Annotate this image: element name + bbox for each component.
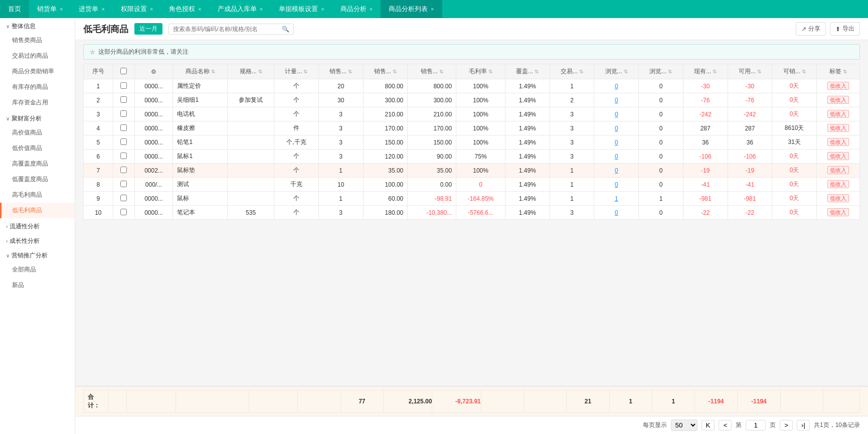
- sidebar-item-商品分类助销率[interactable]: 商品分类助销率: [0, 64, 75, 79]
- sidebar-item-低价值商品[interactable]: 低价值商品: [0, 140, 75, 156]
- sidebar-group-title-流通性分析[interactable]: ›流通性分析: [0, 218, 75, 233]
- nav-item-商品分析列表[interactable]: 商品分析列表×: [381, 0, 442, 18]
- row-checkbox[interactable]: [120, 96, 127, 103]
- page-number-input[interactable]: [746, 420, 766, 430]
- row-checkbox[interactable]: [120, 195, 127, 201]
- sidebar-item-新品[interactable]: 新品: [0, 277, 75, 293]
- row-checkbox[interactable]: [120, 181, 127, 187]
- view-link[interactable]: 0: [615, 167, 618, 174]
- export-button[interactable]: ⬆ 导出: [830, 22, 860, 36]
- select-all-checkbox[interactable]: [120, 68, 127, 74]
- col-header-current[interactable]: 现有... ⇅: [683, 64, 728, 79]
- sidebar-group-title-营销推广分析[interactable]: ∨营销推广分析: [0, 247, 75, 262]
- nav-close-icon[interactable]: ×: [370, 6, 373, 12]
- row-checkbox[interactable]: [120, 82, 127, 89]
- search-icon[interactable]: 🔍: [282, 26, 289, 33]
- col-header-sale_days[interactable]: 可销... ⇅: [772, 64, 817, 79]
- table-cell-num: 3: [84, 107, 113, 121]
- nav-item-销货单[interactable]: 销货单×: [29, 0, 71, 18]
- nav-close-icon[interactable]: ×: [101, 6, 104, 12]
- col-header-name[interactable]: 商品名称 ⇅: [173, 64, 228, 79]
- col-header-spec[interactable]: 规格... ⇅: [228, 64, 274, 79]
- table-cell-gross_rate: 100%: [456, 79, 505, 93]
- row-checkbox[interactable]: [120, 110, 127, 117]
- sidebar-item-低覆盖度商品[interactable]: 低覆盖度商品: [0, 172, 75, 187]
- col-header-tag[interactable]: 标签 ⇅: [817, 64, 860, 79]
- table-cell-name: 橡皮擦: [173, 121, 228, 135]
- col-header-code[interactable]: ⚙: [134, 64, 173, 79]
- view-link[interactable]: 1: [615, 195, 618, 202]
- col-header-qty[interactable]: 销售... ⇅: [318, 64, 363, 79]
- table-cell-cover: 1.49%: [505, 93, 550, 107]
- sidebar-item-低毛利商品[interactable]: 低毛利商品: [0, 203, 75, 218]
- nav-close-icon[interactable]: ×: [321, 6, 324, 12]
- table-cell-check: [113, 206, 134, 220]
- nav-item-权限设置[interactable]: 权限设置×: [113, 0, 161, 18]
- search-input[interactable]: [173, 26, 282, 33]
- col-header-cover[interactable]: 覆盖... ⇅: [505, 64, 550, 79]
- table-cell-check: [113, 192, 134, 206]
- nav-close-icon[interactable]: ×: [431, 6, 434, 12]
- table-row: 8000/...测试千克10100.000.0001.49%100-41-410…: [84, 178, 860, 192]
- nav-item-首页[interactable]: 首页: [0, 0, 29, 18]
- col-header-view1[interactable]: 浏览... ⇅: [594, 64, 639, 79]
- view-link[interactable]: 0: [615, 153, 618, 160]
- view-link[interactable]: 0: [615, 83, 618, 90]
- nav-close-icon[interactable]: ×: [198, 6, 201, 12]
- last-page-button[interactable]: ›|: [797, 420, 810, 430]
- nav-close-icon[interactable]: ×: [260, 6, 263, 12]
- row-checkbox[interactable]: [120, 138, 127, 145]
- table-cell-sale_profit: 150.00: [408, 135, 456, 150]
- nav-close-icon[interactable]: ×: [150, 6, 153, 12]
- table-row: 30000...电话机个3210.00210.00100%1.49%300-24…: [84, 107, 860, 121]
- col-header-gross_rate[interactable]: 毛利率 ⇅: [456, 64, 505, 79]
- col-header-price[interactable]: 销售... ⇅: [363, 64, 408, 79]
- sidebar-group-title-整体信息[interactable]: ∨整体信息: [0, 18, 75, 33]
- sidebar-group-title-聚财富分析[interactable]: ∨聚财富分析: [0, 110, 75, 125]
- view-link[interactable]: 0: [615, 97, 618, 104]
- sidebar-group-title-成长性分析[interactable]: ›成长性分析: [0, 233, 75, 247]
- nav-close-icon[interactable]: ×: [60, 6, 63, 12]
- table-cell-sale_profit: 210.00: [408, 107, 456, 121]
- sidebar-item-全部商品[interactable]: 全部商品: [0, 262, 75, 277]
- sidebar-item-有库存的商品[interactable]: 有库存的商品: [0, 79, 75, 95]
- table-cell-view1: 0: [594, 206, 639, 220]
- sidebar-item-交易过的商品[interactable]: 交易过的商品: [0, 48, 75, 64]
- view-link[interactable]: 0: [615, 139, 618, 146]
- nav-item-商品分析[interactable]: 商品分析×: [332, 0, 381, 18]
- row-checkbox[interactable]: [120, 209, 127, 215]
- sidebar-item-高价值商品[interactable]: 高价值商品: [0, 125, 75, 140]
- view-link[interactable]: 0: [615, 209, 618, 216]
- sidebar-item-高毛利商品[interactable]: 高毛利商品: [0, 187, 75, 203]
- sidebar-item-销售类商品[interactable]: 销售类商品: [0, 33, 75, 48]
- row-checkbox[interactable]: [120, 153, 127, 159]
- table-wrapper[interactable]: 序号⚙商品名称 ⇅规格... ⇅计量... ⇅销售... ⇅销售... ⇅销售.…: [83, 64, 860, 386]
- time-filter-button[interactable]: 近一月: [134, 23, 162, 35]
- col-header-sale_profit[interactable]: 销售... ⇅: [408, 64, 456, 79]
- sidebar-item-高覆盖度商品[interactable]: 高覆盖度商品: [0, 156, 75, 172]
- table-cell-price: 150.00: [363, 135, 408, 150]
- col-header-trade[interactable]: 交易... ⇅: [550, 64, 594, 79]
- view-link[interactable]: 0: [615, 111, 618, 118]
- row-checkbox[interactable]: [120, 167, 127, 173]
- per-page-select[interactable]: 50 100 200: [671, 419, 698, 431]
- nav-item-角色授权[interactable]: 角色授权×: [161, 0, 209, 18]
- page-title: 低毛利商品: [83, 23, 128, 35]
- col-header-view2[interactable]: 浏览... ⇅: [639, 64, 683, 79]
- view-link[interactable]: 0: [615, 181, 618, 188]
- col-header-avail[interactable]: 可用... ⇅: [728, 64, 772, 79]
- share-button[interactable]: ↗ 分享: [796, 22, 826, 36]
- table-cell-price: 170.00: [363, 121, 408, 135]
- col-header-unit[interactable]: 计量... ⇅: [274, 64, 319, 79]
- next-page-button[interactable]: >: [780, 420, 793, 430]
- tag-label: 低收入: [827, 180, 849, 188]
- row-checkbox[interactable]: [120, 124, 127, 131]
- nav-item-单据模板设置[interactable]: 单据模板设置×: [271, 0, 332, 18]
- first-page-button[interactable]: K: [702, 420, 715, 430]
- view-link[interactable]: 0: [615, 125, 618, 132]
- prev-page-button[interactable]: <: [719, 420, 732, 430]
- settings-icon[interactable]: ⚙: [151, 68, 156, 75]
- nav-item-产成品入库单[interactable]: 产成品入库单×: [210, 0, 271, 18]
- sidebar-item-库存资金占用[interactable]: 库存资金占用: [0, 95, 75, 110]
- nav-item-进货单[interactable]: 进货单×: [71, 0, 112, 18]
